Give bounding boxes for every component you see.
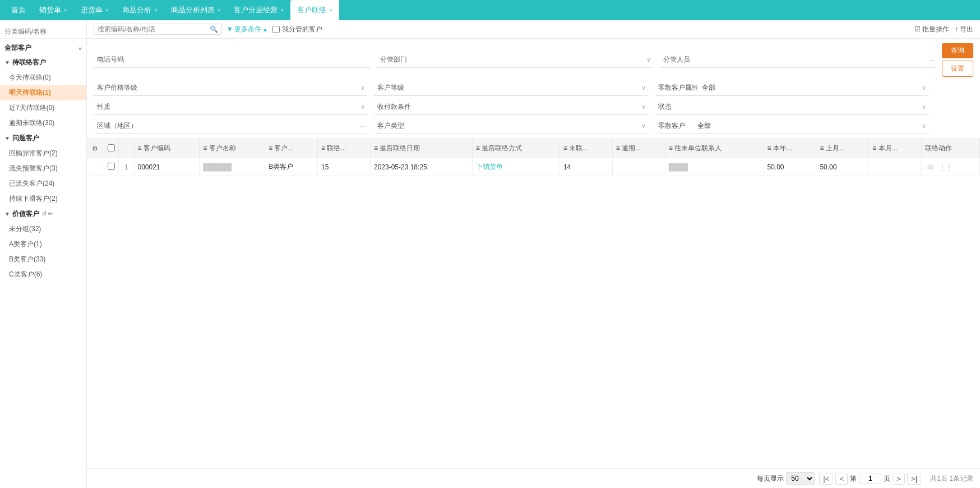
nav-product-analysis[interactable]: 商品分析 ×	[115, 0, 164, 20]
col-no-contact[interactable]: ≡ 未联...	[560, 139, 612, 158]
adv-filter-panel: 电话号码 分管部门 ∨ 分管人员 ··· 查询 设置 客户价格等级	[87, 39, 980, 139]
sidebar-all-customers[interactable]: 全部客户 «	[0, 41, 86, 55]
row-last-contact-method[interactable]: 下销货单	[472, 158, 560, 176]
col-customer-type[interactable]: ≡ 客户...	[265, 139, 318, 158]
col-this-year[interactable]: ≡ 本年...	[764, 139, 816, 158]
customer-type-filter[interactable]: 客户类型 ∨	[374, 118, 648, 134]
page-number-input[interactable]	[859, 473, 881, 484]
sidebar-7days-pending[interactable]: 近7天待联络(0)	[0, 100, 86, 116]
person-more-icon[interactable]: ···	[929, 57, 934, 63]
sidebar-class-c[interactable]: C类客户(6)	[0, 267, 86, 282]
col-contacts[interactable]: ≡ 联络...	[318, 139, 371, 158]
sidebar-abnormal-repurchase[interactable]: 回购异常客户(2)	[0, 146, 86, 161]
sidebar-search-input[interactable]	[4, 27, 87, 35]
col-this-month[interactable]: ≡ 本月...	[869, 139, 922, 158]
first-page-btn[interactable]: |<	[819, 473, 833, 485]
col-checkbox[interactable]	[104, 139, 118, 158]
payment-filter[interactable]: 收付款条件 ∨	[374, 99, 648, 115]
retail2-filter[interactable]: 零散客户 全部 ∨	[655, 118, 928, 134]
settings-btn[interactable]: 设置	[942, 61, 973, 77]
nav-customer-segmentation[interactable]: 客户分层经营 ×	[227, 0, 290, 20]
close-product-analysis-icon[interactable]: ×	[154, 7, 158, 13]
col-customer-name[interactable]: ≡ 客户名称	[200, 139, 265, 158]
status-filter[interactable]: 状态 ∨	[655, 99, 928, 115]
customer-level-filter[interactable]: 客户等级 ∨	[374, 80, 648, 96]
value-refresh-icon[interactable]: ↺	[41, 210, 47, 218]
customer-type-label: 客户类型	[377, 121, 411, 131]
retail2-dropdown-icon: ∨	[922, 122, 926, 130]
person-filter[interactable]: 分管人员 ···	[660, 52, 936, 68]
close-product-analysis-list-icon[interactable]: ×	[218, 7, 221, 13]
area-more-icon[interactable]: ···	[360, 123, 365, 130]
page-nav: |< < 第 页 > >|	[819, 473, 921, 485]
filter-icon: ▼	[226, 25, 233, 33]
col-customer-code[interactable]: ≡ 客户编码	[134, 139, 200, 158]
batch-action-btn[interactable]: ☑ 批量操作	[914, 25, 949, 34]
col-overdue[interactable]: ≡ 逾期...	[612, 139, 665, 158]
search-submit-icon[interactable]: 🔍	[210, 25, 218, 33]
col-last-contact-method[interactable]: ≡ 最后联络方式	[472, 139, 560, 158]
query-btn[interactable]: 查询	[942, 43, 973, 58]
col-num	[118, 139, 134, 158]
col-last-month-sort-icon: ≡	[820, 144, 824, 152]
pending-section-label: 待联络客户	[12, 58, 46, 67]
my-customers-checkbox[interactable]	[272, 26, 280, 33]
export-btn[interactable]: ↑ 导出	[955, 25, 973, 34]
gear-settings-icon[interactable]: ⚙	[92, 145, 98, 153]
sidebar-ungrouped[interactable]: 未分组(32)	[0, 222, 86, 237]
sidebar-churned[interactable]: 已流失客户(24)	[0, 176, 86, 191]
sidebar-value-header[interactable]: ▼ 价值客户 ↺ ✏	[0, 206, 86, 222]
more-conditions-btn[interactable]: ▼ 更多条件 ▲	[226, 25, 268, 34]
sidebar-pending-header[interactable]: ▼ 待联络客户	[0, 55, 86, 70]
sidebar-problem-header[interactable]: ▼ 问题客户	[0, 131, 86, 146]
nature-filter[interactable]: 性质 ∨	[94, 99, 367, 115]
col-action: 联络动作	[922, 139, 980, 158]
col-gear[interactable]: ⚙	[87, 139, 104, 158]
sidebar-tomorrow-pending[interactable]: 明天待联络(1)	[0, 85, 86, 100]
sidebar-class-a[interactable]: A类客户(1)	[0, 237, 86, 252]
area-filter[interactable]: 区域（地区） ···	[94, 118, 367, 134]
nav-purchase-order[interactable]: 进货单 ×	[74, 0, 115, 20]
sidebar-class-b[interactable]: B类客户(33)	[0, 252, 86, 267]
sidebar-declining[interactable]: 持续下滑客户(2)	[0, 191, 86, 206]
col-last-contact-date[interactable]: ≡ 最后联络日期	[370, 139, 472, 158]
main-layout: 🔍 全部客户 « ▼ 待联络客户 今天待联络(0) 明天待联络(1) 近7天待联…	[0, 20, 980, 488]
close-customer-contact-icon[interactable]: ×	[329, 7, 332, 13]
per-page-select[interactable]: 50 100 200	[786, 472, 815, 485]
contact-action-icon[interactable]: ☏	[926, 163, 935, 171]
nav-sales-order[interactable]: 销货单 ×	[33, 0, 74, 20]
row-checkbox[interactable]	[104, 158, 118, 176]
close-sales-order-icon[interactable]: ×	[64, 7, 67, 13]
last-page-btn[interactable]: >|	[907, 473, 921, 485]
page-suffix-label: 页	[884, 474, 890, 484]
dept-filter[interactable]: 分管部门 ∨	[377, 52, 653, 68]
price-level-filter[interactable]: 客户价格等级 ∨	[94, 80, 367, 96]
next-page-btn[interactable]: >	[893, 473, 905, 485]
nav-product-analysis-list[interactable]: 商品分析列表 ×	[164, 0, 228, 20]
col-overdue-sort-icon: ≡	[616, 144, 620, 152]
phone-filter[interactable]: 电话号码	[94, 52, 370, 68]
value-edit-icon[interactable]: ✏	[48, 210, 53, 218]
customer-level-dropdown-icon: ∨	[641, 84, 646, 91]
adv-filter-row4: 区域（地区） ··· 客户类型 ∨ 零散客户 全部 ∨	[94, 118, 973, 134]
row-select-checkbox[interactable]	[108, 163, 115, 170]
prev-page-btn[interactable]: <	[835, 473, 848, 485]
sidebar-churn-warning[interactable]: 流失预警客户(3)	[0, 161, 86, 176]
col-unit-contact[interactable]: ≡ 往来单位联系人	[665, 139, 764, 158]
row-type: B类客户	[265, 158, 318, 176]
close-customer-segmentation-icon[interactable]: ×	[280, 7, 284, 13]
my-customers-checkbox-wrap[interactable]: 我分管的客户	[272, 25, 322, 34]
col-last-month[interactable]: ≡ 上月...	[816, 139, 869, 158]
sidebar-today-pending[interactable]: 今天待联络(0)	[0, 70, 86, 85]
row-this-year: 50.00	[764, 158, 816, 176]
retail-attr-filter[interactable]: 零散客户属性 全部 ∨	[655, 80, 928, 96]
col-this-month-sort-icon: ≡	[872, 144, 876, 152]
nav-home[interactable]: 首页	[4, 0, 33, 20]
select-all-checkbox[interactable]	[108, 144, 115, 151]
search-input[interactable]	[98, 25, 210, 33]
sidebar-overdue-pending[interactable]: 逾期未联络(30)	[0, 116, 86, 131]
nav-customer-contact[interactable]: 客户联络 ×	[290, 0, 339, 20]
more-action-icon[interactable]: ⋮⋮	[939, 163, 953, 171]
close-purchase-order-icon[interactable]: ×	[105, 7, 109, 13]
export-icon: ↑	[955, 25, 958, 33]
